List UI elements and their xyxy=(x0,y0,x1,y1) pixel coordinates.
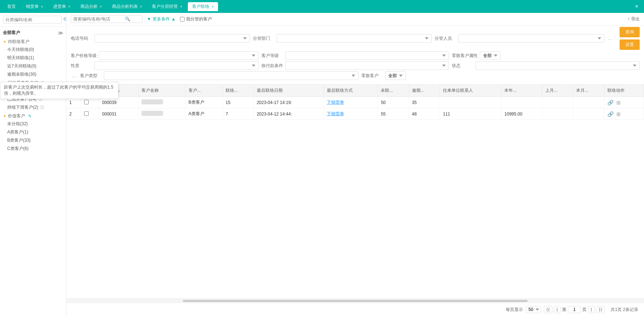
tab-product-analysis[interactable]: 商品分析 × xyxy=(76,2,106,11)
close-icon[interactable]: × xyxy=(100,5,102,9)
prev-page-button[interactable]: ⟨ xyxy=(554,306,561,313)
tab-customer-tier[interactable]: 客户分层经营 × xyxy=(148,2,186,11)
cust-level-select[interactable] xyxy=(285,51,449,60)
sidebar-item-7days[interactable]: 近7天待联络(0) xyxy=(0,62,66,70)
settings-button[interactable]: 设置 xyxy=(620,39,640,50)
more-conditions-button[interactable]: ▼ 更多条件 ▲ xyxy=(147,16,176,22)
phone-input[interactable] xyxy=(94,34,250,43)
name-mask-2 xyxy=(142,111,163,116)
th-this-year[interactable]: 本年... xyxy=(501,85,542,97)
sidebar-item-declining[interactable]: 持续下滑客户(2) ⓘ xyxy=(0,103,66,112)
td-method-1[interactable]: 下销货单 xyxy=(324,97,378,108)
sidebar-item-unclassified[interactable]: 未分组(32) xyxy=(0,120,66,128)
close-icon[interactable]: × xyxy=(140,5,142,9)
horizontal-scrollbar[interactable] xyxy=(66,298,644,303)
close-all-button[interactable]: × xyxy=(632,3,641,10)
th-cust-type[interactable]: 客户... xyxy=(185,85,222,97)
th-contact-count[interactable]: 联络... xyxy=(223,85,254,97)
sidebar-all-customers[interactable]: 全部客户 ≫ xyxy=(0,27,66,37)
th-last-method[interactable]: 最后联络方式 xyxy=(324,85,378,97)
td-year-2: 10995.00 xyxy=(501,108,542,120)
sidebar-section-pending[interactable]: ▼ 待联络客户 xyxy=(0,37,66,46)
page-input[interactable] xyxy=(568,306,581,313)
close-icon[interactable]: × xyxy=(212,5,214,9)
first-page-button[interactable]: ⟨⟨ xyxy=(544,306,552,313)
tab-home[interactable]: 首页 xyxy=(3,2,20,11)
per-page-select[interactable]: 50 xyxy=(526,306,541,313)
query-button[interactable]: 查询 xyxy=(620,27,640,37)
link-action-icon-2[interactable]: 🔗 xyxy=(607,111,613,117)
td-year-1 xyxy=(501,97,542,108)
sidebar-item-overdue[interactable]: 逾期未联络(30) xyxy=(0,70,66,79)
tab-product-list[interactable]: 商品分析列表 × xyxy=(108,2,147,11)
sidebar-section-value[interactable]: ▼ 价值客户 ✎ xyxy=(0,112,66,120)
sidebar-item-tomorrow[interactable]: 明天待联络(1) xyxy=(0,54,66,62)
td-lmonth-1 xyxy=(542,97,573,108)
person-input[interactable] xyxy=(458,34,604,43)
link-action-icon-1[interactable]: 🔗 xyxy=(607,100,613,105)
payment-select[interactable] xyxy=(285,61,449,70)
th-company-contact[interactable]: 往来单位联系人 xyxy=(440,85,501,97)
row-checkbox-2[interactable] xyxy=(84,111,89,116)
sidebar-item-a-class[interactable]: A类客户(1) xyxy=(0,128,66,136)
tab-customer-contact[interactable]: 客户联络 × xyxy=(188,2,218,11)
triangle-icon: ▼ xyxy=(3,40,6,44)
sidebar-item-b-class[interactable]: B类客户(33) xyxy=(0,136,66,145)
tab-sales[interactable]: 销货单 × xyxy=(22,2,47,11)
table-wrap: ⚙ 客户编码 客户名称 客户. xyxy=(66,85,644,298)
row-checkbox-1[interactable] xyxy=(84,100,89,104)
th-last-date[interactable]: 最后联络日期 xyxy=(254,85,324,97)
scrollbar-thumb[interactable] xyxy=(183,300,528,302)
th-overdue[interactable]: 逾期... xyxy=(409,85,440,97)
filter-price-level: 客户价格等级 xyxy=(71,51,259,60)
td-company-1 xyxy=(440,97,501,108)
retail-attr-label: 零散客户属性 xyxy=(452,53,478,59)
td-check-2[interactable] xyxy=(81,108,99,120)
price-level-select[interactable] xyxy=(99,51,259,60)
dept-select[interactable] xyxy=(277,34,432,43)
total-pages-label: 页 xyxy=(582,307,587,313)
retail-select[interactable]: 全部 xyxy=(385,71,406,80)
gender-select[interactable] xyxy=(94,61,259,70)
tooltip-box: 距客户上次交易时长，超过了此客户的平均交易周期的1.5倍，则视为异常。 xyxy=(66,82,119,99)
sidebar-collapse-icon[interactable]: ≫ xyxy=(58,30,63,36)
td-action-1: 🔗 ⊞ xyxy=(604,97,644,108)
th-name[interactable]: 客户名称 xyxy=(139,85,185,97)
tab-purchase[interactable]: 进货单 × xyxy=(49,2,75,11)
page-num-wrap: 第 页 xyxy=(562,306,587,313)
edit-icon[interactable]: ✎ xyxy=(28,114,32,119)
sidebar-search-input[interactable] xyxy=(3,16,62,24)
my-customer-checkbox-label[interactable]: 我分管的客户 xyxy=(180,16,212,22)
close-icon[interactable]: × xyxy=(180,5,182,9)
sidebar-item-c-class[interactable]: C类客户(6) xyxy=(0,145,66,153)
search-icon[interactable]: 🔍 xyxy=(125,16,130,22)
search-input-wrap: 🔍 xyxy=(71,15,143,23)
payment-label: 收付款条件 xyxy=(261,63,283,69)
grid-action-icon-2[interactable]: ⊞ xyxy=(616,111,621,117)
customer-table: ⚙ 客户编码 客户名称 客户. xyxy=(66,85,644,120)
th-this-month[interactable]: 本月... xyxy=(573,85,604,97)
filter-person: 分管人员 … xyxy=(435,34,614,43)
th-last-month[interactable]: 上月... xyxy=(542,85,573,97)
last-page-button[interactable]: ⟩⟩ xyxy=(596,306,605,313)
th-uncontacted[interactable]: 未联... xyxy=(378,85,409,97)
cust-type-select[interactable] xyxy=(104,71,358,80)
sidebar-all-label: 全部客户 xyxy=(3,30,20,36)
grid-action-icon-1[interactable]: ⊞ xyxy=(616,100,621,105)
dots-icon[interactable]: … xyxy=(607,36,614,41)
my-customer-checkbox[interactable] xyxy=(180,17,185,22)
search-input[interactable] xyxy=(73,16,124,22)
search-icon[interactable]: 🔍 xyxy=(63,17,66,22)
retail-attr-select[interactable]: 全部 xyxy=(480,51,501,60)
th-action: 联络动作 xyxy=(604,85,644,97)
export-button[interactable]: ↑ 导出 xyxy=(627,16,640,22)
gender-label: 性质 xyxy=(71,63,92,69)
close-icon[interactable]: × xyxy=(68,5,70,9)
next-page-button[interactable]: ⟩ xyxy=(588,306,595,313)
td-method-2[interactable]: 下销货单 xyxy=(324,108,378,120)
close-icon[interactable]: × xyxy=(41,5,43,9)
sidebar-item-today[interactable]: 今天待联络(0) xyxy=(0,46,66,54)
more-dots[interactable]: ... xyxy=(71,73,77,78)
triangle-icon: ▼ xyxy=(3,114,6,118)
status-select[interactable] xyxy=(476,61,640,70)
